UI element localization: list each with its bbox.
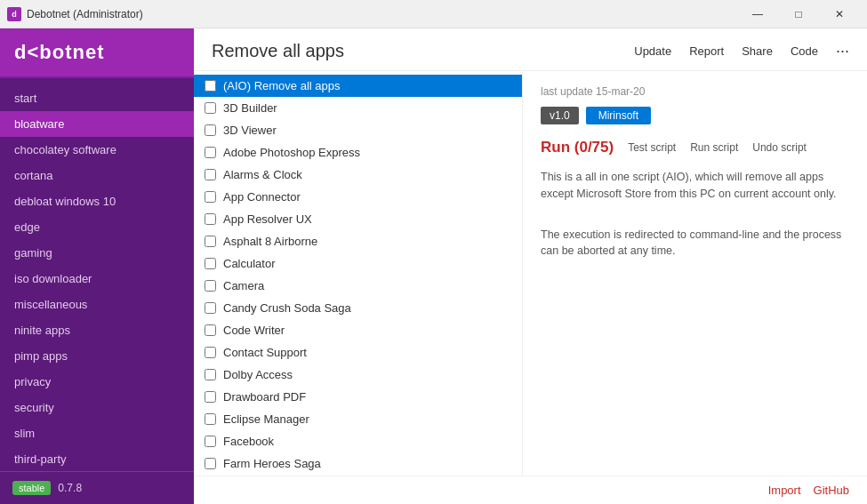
app-checkbox[interactable]: [205, 458, 216, 469]
app-checkbox[interactable]: [205, 324, 216, 336]
app-label: (AIO) Remove all apps: [223, 79, 341, 92]
run-section: Run (0/75) Test script Run script Undo s…: [541, 139, 849, 156]
sidebar-item-gaming[interactable]: gaming: [0, 240, 194, 266]
report-button[interactable]: Report: [689, 44, 724, 58]
more-button[interactable]: ···: [836, 42, 849, 60]
minimize-button[interactable]: —: [737, 0, 778, 28]
sidebar-item-miscellaneous[interactable]: miscellaneous: [0, 292, 194, 317]
app-list-item[interactable]: App Resolver UX: [194, 208, 522, 230]
app-list-item[interactable]: App Connector: [194, 186, 522, 208]
app-checkbox[interactable]: [205, 347, 216, 358]
app-checkbox[interactable]: [205, 413, 216, 425]
run-button[interactable]: Run (0/75): [541, 139, 614, 156]
app-label: App Connector: [223, 190, 301, 204]
app-label: App Resolver UX: [223, 212, 312, 226]
app-label: 3D Viewer: [223, 124, 277, 137]
app-list-item[interactable]: Code Writer: [194, 319, 522, 341]
app-checkbox[interactable]: [205, 124, 216, 136]
sidebar-item-bloatware[interactable]: bloatware: [0, 111, 194, 137]
title-bar: d Debotnet (Administrator) — □ ✕: [0, 0, 867, 28]
app-checkbox[interactable]: [205, 169, 216, 180]
app-list-item[interactable]: Facebook: [194, 430, 522, 452]
app-list-item[interactable]: 3D Builder: [194, 97, 522, 119]
sidebar-nav: startbloatwarechocolatey softwarecortana…: [0, 78, 194, 471]
app-list-item[interactable]: Drawboard PDF: [194, 386, 522, 408]
app-label: Code Writer: [223, 324, 285, 337]
app-label: 3D Builder: [223, 101, 277, 115]
app-label: Farm Heroes Saga: [223, 457, 321, 470]
close-button[interactable]: ✕: [819, 0, 860, 28]
app-body: d<botnet startbloatwarechocolatey softwa…: [0, 28, 867, 504]
info-panel: last update 15-mar-20 v1.0 Mirinsoft Run…: [523, 71, 867, 476]
app-checkbox[interactable]: [205, 102, 216, 114]
app-list-panel: (AIO) Remove all apps3D Builder3D Viewer…: [194, 71, 523, 476]
app-label: Camera: [223, 279, 264, 292]
app-label: Candy Crush Soda Saga: [223, 301, 351, 315]
app-list-item[interactable]: Farm Heroes Saga: [194, 452, 522, 475]
app-list-item[interactable]: Asphalt 8 Airborne: [194, 230, 522, 252]
sidebar-item-privacy[interactable]: privacy: [0, 369, 194, 395]
last-update: last update 15-mar-20: [541, 85, 849, 98]
undo-script-button[interactable]: Undo script: [752, 141, 807, 154]
run-script-button[interactable]: Run script: [690, 141, 738, 154]
update-button[interactable]: Update: [634, 44, 671, 58]
app-list-item[interactable]: Adobe Photoshop Express: [194, 141, 522, 164]
app-checkbox[interactable]: [205, 369, 216, 380]
app-checkbox[interactable]: [205, 258, 216, 269]
app-list-item[interactable]: Eclipse Manager: [194, 408, 522, 430]
app-checkbox[interactable]: [205, 213, 216, 225]
sidebar-item-edge[interactable]: edge: [0, 214, 194, 240]
app-list-item[interactable]: Camera: [194, 275, 522, 297]
author-badge: Mirinsoft: [586, 107, 651, 124]
sidebar-item-chocolatey-software[interactable]: chocolatey software: [0, 137, 194, 163]
app-list-item[interactable]: (AIO) Remove all apps: [194, 75, 522, 97]
header-actions: Update Report Share Code ···: [634, 42, 849, 60]
app-label: Eclipse Manager: [223, 412, 309, 426]
import-button[interactable]: Import: [768, 484, 801, 497]
app-list: (AIO) Remove all apps3D Builder3D Viewer…: [194, 71, 522, 476]
test-script-button[interactable]: Test script: [628, 141, 676, 154]
window-title: Debotnet (Administrator): [27, 8, 737, 20]
share-button[interactable]: Share: [742, 44, 773, 58]
app-label: Calculator: [223, 257, 276, 270]
app-label: Dolby Access: [223, 368, 293, 381]
sidebar-item-iso-downloader[interactable]: iso downloader: [0, 266, 194, 292]
app-checkbox[interactable]: [205, 280, 216, 292]
app-checkbox[interactable]: [205, 147, 216, 158]
stable-badge: stable: [12, 481, 51, 495]
app-list-item[interactable]: Contact Support: [194, 341, 522, 364]
sidebar-item-slim[interactable]: slim: [0, 420, 194, 446]
app-checkbox[interactable]: [205, 391, 216, 403]
app-list-item[interactable]: Alarms & Clock: [194, 164, 522, 186]
app-list-item[interactable]: Dolby Access: [194, 364, 522, 386]
version-text: 0.7.8: [58, 482, 82, 494]
sidebar-item-security[interactable]: security: [0, 395, 194, 420]
maximize-button[interactable]: □: [778, 0, 819, 28]
sidebar-footer: stable 0.7.8: [0, 471, 194, 504]
main-content: Remove all apps Update Report Share Code…: [194, 28, 867, 504]
app-checkbox[interactable]: [205, 436, 216, 447]
app-checkbox[interactable]: [205, 236, 216, 247]
app-label: Drawboard PDF: [223, 390, 306, 404]
sidebar-item-ninite-apps[interactable]: ninite apps: [0, 317, 194, 343]
github-button[interactable]: GitHub: [814, 484, 849, 497]
code-button[interactable]: Code: [791, 44, 818, 58]
app-checkbox[interactable]: [205, 302, 216, 314]
content-header: Remove all apps Update Report Share Code…: [194, 28, 867, 71]
sidebar-item-cortana[interactable]: cortana: [0, 163, 194, 188]
window-controls: — □ ✕: [737, 0, 860, 28]
sidebar-item-pimp-apps[interactable]: pimp apps: [0, 343, 194, 369]
app-list-item[interactable]: Calculator: [194, 252, 522, 275]
app-icon: d: [7, 7, 21, 21]
sidebar-item-third-party[interactable]: third-party: [0, 446, 194, 471]
app-checkbox[interactable]: [205, 191, 216, 203]
info-footer: Import GitHub: [194, 476, 867, 504]
app-list-item[interactable]: 3D Viewer: [194, 119, 522, 141]
app-checkbox[interactable]: [205, 80, 216, 92]
app-label: Contact Support: [223, 346, 307, 359]
sidebar-item-debloat-windows-10[interactable]: debloat windows 10: [0, 188, 194, 214]
sidebar-item-start[interactable]: start: [0, 85, 194, 111]
page-title: Remove all apps: [212, 41, 344, 61]
app-list-item[interactable]: Candy Crush Soda Saga: [194, 297, 522, 319]
app-label: Adobe Photoshop Express: [223, 146, 360, 159]
